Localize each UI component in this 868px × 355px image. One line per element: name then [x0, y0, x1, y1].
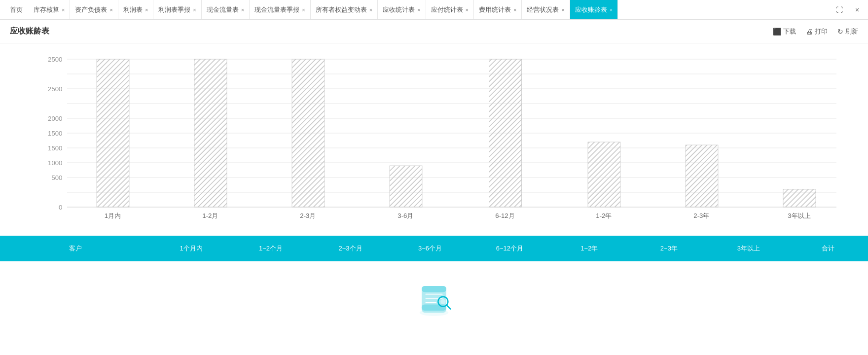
svg-text:2-3月: 2-3月 — [300, 212, 316, 219]
print-label: 打印 — [815, 27, 828, 36]
tab-cashflow-quarterly[interactable]: 现金流量表季报 × — [250, 0, 310, 20]
svg-line-36 — [447, 305, 451, 309]
header-actions: ⬛ 下载 🖨 打印 ↻ 刷新 — [773, 27, 858, 36]
svg-text:2500: 2500 — [48, 56, 62, 63]
close-icon[interactable]: × — [417, 7, 420, 13]
close-icon[interactable]: × — [193, 7, 196, 13]
svg-rect-31 — [422, 305, 446, 311]
page-header: 应收账龄表 ⬛ 下载 🖨 打印 ↻ 刷新 — [0, 20, 868, 43]
empty-state — [0, 261, 868, 335]
svg-text:3-6月: 3-6月 — [398, 212, 413, 219]
close-icon[interactable]: × — [369, 7, 372, 13]
svg-point-37 — [440, 299, 445, 304]
th-3-6month: 3~6个月 — [390, 244, 470, 253]
tab-ar-aging[interactable]: 应收账龄表 × — [570, 0, 618, 20]
download-icon: ⬛ — [773, 28, 781, 36]
tab-bar: 首页 库存核算 × 资产负债表 × 利润表 × 利润表季报 × 现金流量表 × … — [0, 0, 868, 20]
tab-expense-stats[interactable]: 费用统计表 × — [474, 0, 522, 20]
close-button[interactable]: × — [850, 3, 864, 17]
tab-operations[interactable]: 经营状况表 × — [522, 0, 570, 20]
svg-text:1-2年: 1-2年 — [596, 212, 612, 219]
tab-inventory[interactable]: 库存核算 × — [29, 0, 70, 20]
close-icon[interactable]: × — [513, 7, 516, 13]
tab-balance[interactable]: 资产负债表 × — [70, 0, 118, 20]
refresh-button[interactable]: ↻ 刷新 — [837, 27, 858, 36]
th-6-12month: 6~12个月 — [470, 244, 549, 253]
tab-ap-stats[interactable]: 应付统计表 × — [426, 0, 474, 20]
th-2-3year: 2~3年 — [629, 244, 709, 253]
print-icon: 🖨 — [806, 28, 813, 36]
bar-2-3month — [292, 59, 325, 207]
bar-3year-plus — [783, 189, 816, 207]
svg-text:2000: 2000 — [48, 115, 62, 122]
bar-1-2year — [588, 142, 620, 207]
svg-text:0: 0 — [59, 204, 62, 211]
svg-rect-30 — [422, 286, 446, 292]
bar-6-12month — [489, 59, 522, 207]
th-2-3month: 2~3个月 — [311, 244, 390, 253]
svg-text:1月内: 1月内 — [105, 212, 121, 219]
bar-2-3year — [686, 145, 718, 207]
svg-text:2-3年: 2-3年 — [693, 212, 709, 219]
svg-text:1000: 1000 — [48, 159, 62, 167]
close-icon[interactable]: × — [561, 7, 564, 13]
close-icon[interactable]: × — [610, 7, 613, 13]
svg-text:1500: 1500 — [48, 144, 62, 152]
th-1-2month: 1~2个月 — [231, 244, 310, 253]
svg-text:1-2月: 1-2月 — [202, 212, 218, 219]
tab-ar-stats[interactable]: 应收统计表 × — [378, 0, 426, 20]
page-title: 应收账龄表 — [10, 26, 49, 36]
bar-1-2month — [194, 59, 227, 207]
svg-text:2500: 2500 — [48, 85, 62, 93]
th-customer: 客户 — [0, 244, 151, 253]
bar-1month — [97, 59, 129, 207]
tab-profit[interactable]: 利润表 × — [118, 0, 153, 20]
th-3year-plus: 3年以上 — [709, 244, 788, 253]
th-1month: 1个月内 — [151, 244, 231, 253]
download-button[interactable]: ⬛ 下载 — [773, 27, 796, 36]
close-icon[interactable]: × — [466, 7, 469, 13]
bar-3-6month — [390, 166, 422, 207]
download-label: 下载 — [783, 27, 796, 36]
close-icon[interactable]: × — [302, 7, 305, 13]
svg-text:500: 500 — [51, 174, 62, 181]
window-controls: ⛶ × — [832, 3, 864, 17]
svg-text:6-12月: 6-12月 — [495, 212, 514, 219]
refresh-label: 刷新 — [845, 27, 858, 36]
th-1-2year: 1~2年 — [549, 244, 629, 253]
restore-button[interactable]: ⛶ — [832, 3, 846, 17]
close-icon[interactable]: × — [62, 7, 65, 13]
close-icon[interactable]: × — [109, 7, 112, 13]
refresh-icon: ↻ — [837, 28, 843, 36]
close-icon[interactable]: × — [145, 7, 148, 13]
svg-text:3年以上: 3年以上 — [788, 212, 810, 219]
svg-text:1500: 1500 — [48, 130, 62, 137]
th-total: 合计 — [789, 244, 868, 253]
bar-chart: 2500 2500 2000 1500 1500 1000 500 0 — [20, 53, 848, 231]
table-header: 客户 1个月内 1~2个月 2~3个月 3~6个月 6~12个月 1~2年 2~… — [0, 236, 868, 261]
tab-cashflow[interactable]: 现金流量表 × — [202, 0, 250, 20]
print-button[interactable]: 🖨 打印 — [806, 27, 828, 36]
tab-profit-quarterly[interactable]: 利润表季报 × — [153, 0, 201, 20]
close-icon[interactable]: × — [241, 7, 244, 13]
tab-home[interactable]: 首页 — [4, 0, 29, 20]
main-content: 2500 2500 2000 1500 1500 1000 500 0 — [0, 43, 868, 355]
tab-equity[interactable]: 所有者权益变动表 × — [311, 0, 378, 20]
empty-illustration — [409, 276, 459, 320]
chart-area: 2500 2500 2000 1500 1500 1000 500 0 — [0, 43, 868, 236]
